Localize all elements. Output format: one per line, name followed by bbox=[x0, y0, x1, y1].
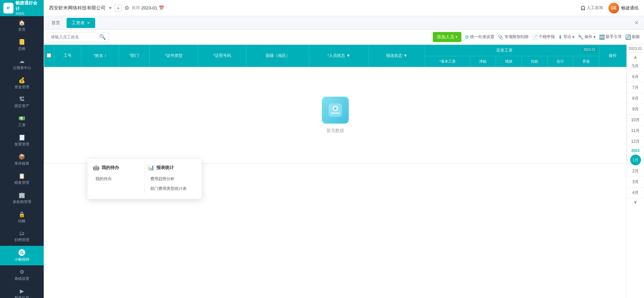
sidebar-item-home[interactable]: 🏠 首页 bbox=[0, 16, 44, 35]
expense-trend-item[interactable]: 费用趋势分析 bbox=[148, 174, 197, 184]
header-add-button[interactable]: + bbox=[114, 4, 122, 12]
month-7[interactable]: 7月 bbox=[627, 82, 644, 93]
tax-report-icon: 📄 bbox=[532, 34, 538, 40]
sidebar-item-inventory[interactable]: 📦 库存核算 bbox=[0, 150, 44, 169]
special-deduct-action[interactable]: 📎 专项附加扣除 bbox=[498, 34, 529, 40]
popup-section1-title: 🤖 我的待办 bbox=[93, 164, 142, 171]
no-data-icon bbox=[322, 97, 349, 124]
dept-expense-item[interactable]: 部门费用类型统计表 bbox=[148, 184, 197, 194]
search-input[interactable] bbox=[51, 35, 98, 39]
sidebar-item-salary[interactable]: 💵 工资 bbox=[0, 112, 44, 131]
operations-action[interactable]: 🔧 操作 ▾ bbox=[578, 34, 596, 40]
tab-home[interactable]: 首页 bbox=[46, 18, 65, 28]
month-scroll-down-button[interactable]: ▼ bbox=[627, 198, 644, 206]
export-action[interactable]: ⬇ 导出 ▾ bbox=[558, 34, 574, 40]
company-name: 西安虾米网络科技有限公司 bbox=[49, 5, 106, 11]
sidebar-item-reports[interactable]: ☁ 云报表中心 bbox=[0, 55, 44, 74]
sidebar-item-tax[interactable]: 📋 税务管理 bbox=[0, 169, 44, 189]
month-1-active[interactable]: 1月 bbox=[630, 155, 641, 165]
new-guide-action[interactable]: 🆕 新手引导 bbox=[599, 34, 622, 40]
sidebar-item-basic[interactable]: ⚙ 基础设置 bbox=[0, 265, 44, 285]
sidebar-label-close: 结账 bbox=[18, 219, 26, 224]
company-dropdown-icon[interactable]: ▾ bbox=[109, 5, 112, 11]
tax-report-action[interactable]: 📄 个税申报 bbox=[532, 34, 555, 40]
sidebar-item-xiaochang[interactable]: G 小畅报销 bbox=[0, 246, 44, 265]
sidebar-item-multiorg[interactable]: 🏢 多机构管理 bbox=[0, 189, 44, 208]
sidebar-item-funds[interactable]: 💰 资金管理 bbox=[0, 74, 44, 93]
month-panel-header: 2023.01 bbox=[627, 44, 644, 53]
my-todo-item[interactable]: 我的待办 bbox=[93, 174, 142, 184]
tab-close-icon[interactable]: ✕ bbox=[87, 21, 90, 25]
sidebar-item-assets[interactable]: 🏗 固定资产 bbox=[0, 93, 44, 112]
dept-header: *部门 bbox=[119, 45, 149, 67]
header-right: 🎧 人工咨询 CE 畅捷通组 bbox=[580, 3, 639, 13]
support-button[interactable]: 🎧 人工咨询 bbox=[580, 5, 603, 11]
header-settings-button[interactable]: ⚙ bbox=[124, 5, 129, 11]
refresh-action[interactable]: 🔄 刷新 bbox=[625, 34, 640, 40]
sidebar-label-tax: 税务管理 bbox=[14, 180, 29, 185]
month-6[interactable]: 6月 bbox=[627, 72, 644, 82]
popup-col-2: 📊 报表统计 费用趋势分析 部门费用类型统计表 bbox=[148, 164, 197, 194]
support-label: 人工咨询 bbox=[587, 5, 603, 11]
content-area: 工号 *姓名 ↕ *部门 *证件类型 *证照号码 国籍（地区） *人员状态 ▼ … bbox=[44, 44, 644, 298]
month-3[interactable]: 3月 bbox=[627, 177, 644, 188]
headset-icon: 🎧 bbox=[580, 6, 585, 10]
search-wrap: 🔍 bbox=[48, 32, 109, 42]
search-icon[interactable]: 🔍 bbox=[99, 34, 106, 40]
month-panel: 2023.01 ▲ 5月 6月 7月 8月 9月 10月 11月 12月 202… bbox=[627, 44, 644, 298]
month-4[interactable]: 4月 bbox=[627, 188, 644, 198]
basic-icon: ⚙ bbox=[20, 269, 24, 275]
user-menu[interactable]: CE 畅捷通组 bbox=[608, 3, 639, 13]
year-2023-label: 2023 bbox=[627, 147, 644, 154]
inventory-icon: 📦 bbox=[18, 154, 25, 160]
tab-salary-table[interactable]: 工资表 ✕ bbox=[67, 18, 95, 28]
ops-header: 操作 bbox=[599, 45, 626, 67]
avatar-text: CE bbox=[611, 6, 617, 10]
export-dropdown-icon: ▾ bbox=[572, 35, 574, 39]
tab-bar-close-icon[interactable]: ✕ bbox=[632, 20, 641, 26]
bonus-header: 绩效 bbox=[496, 56, 522, 67]
month-5[interactable]: 5月 bbox=[627, 61, 644, 72]
operations-dropdown-icon: ▾ bbox=[594, 35, 596, 39]
month-10[interactable]: 10月 bbox=[627, 115, 644, 126]
multiorg-icon: 🏢 bbox=[18, 192, 25, 198]
checkbox-header[interactable] bbox=[44, 45, 54, 67]
social-security-icon: ⚙ bbox=[465, 34, 469, 40]
todo-icon: 🤖 bbox=[93, 164, 100, 171]
avatar: CE bbox=[608, 3, 619, 13]
header-period: 账期 2023-01 📅 bbox=[132, 5, 164, 11]
reports-icon: ☁ bbox=[19, 58, 25, 64]
emp-no-header: 工号 bbox=[54, 45, 81, 67]
social-security-action[interactable]: ⚙ 统一社保设置 bbox=[465, 34, 494, 40]
tab-salary-label: 工资表 bbox=[72, 20, 85, 26]
select-all-checkbox[interactable] bbox=[47, 53, 51, 58]
sidebar-item-guide[interactable]: ▶ 新手引导 bbox=[0, 285, 44, 298]
sidebar-label-multiorg: 多机构管理 bbox=[13, 199, 31, 204]
sidebar-logo[interactable]: 好 畅捷通好会计 旗舰版 bbox=[0, 0, 44, 16]
calendar-icon[interactable]: 📅 bbox=[159, 5, 164, 10]
tab-bar: 首页 工资表 ✕ ✕ bbox=[44, 16, 644, 30]
country-header: 国籍（地区） bbox=[247, 45, 309, 67]
month-2[interactable]: 2月 bbox=[627, 166, 644, 177]
month-8[interactable]: 8月 bbox=[627, 93, 644, 104]
cert-no-header: *证照号码 bbox=[198, 45, 247, 67]
total-header: 合计 bbox=[547, 56, 573, 67]
month-11[interactable]: 11月 bbox=[627, 126, 644, 136]
month-12[interactable]: 12月 bbox=[627, 136, 644, 147]
sidebar-label-reports: 云报表中心 bbox=[13, 65, 31, 70]
special-deduct-label: 专项附加扣除 bbox=[504, 34, 529, 40]
month-9[interactable]: 9月 bbox=[627, 104, 644, 115]
salary-group-header: 应发工资 2023.01 bbox=[425, 45, 599, 56]
sidebar-item-close[interactable]: 🔒 结账 bbox=[0, 208, 44, 227]
add-person-button[interactable]: 添加人员 ▾ bbox=[433, 32, 461, 42]
deduct-header: 扣款 bbox=[522, 56, 547, 67]
chart-icon: 📊 bbox=[148, 164, 154, 171]
month-scroll-up-button[interactable]: ▲ bbox=[627, 53, 644, 61]
base-salary-header: *基本工资 bbox=[425, 56, 470, 67]
close-accounts-icon: 🔒 bbox=[18, 211, 25, 218]
sidebar-item-archive[interactable]: 🗂 归档管理 bbox=[0, 227, 44, 246]
sidebar-item-invoice[interactable]: 🧾 发票管理 bbox=[0, 131, 44, 150]
operations-icon: 🔧 bbox=[578, 34, 583, 40]
sidebar-item-ledger[interactable]: 📒 总账 bbox=[0, 35, 44, 55]
sidebar-label-archive: 归档管理 bbox=[14, 237, 29, 242]
